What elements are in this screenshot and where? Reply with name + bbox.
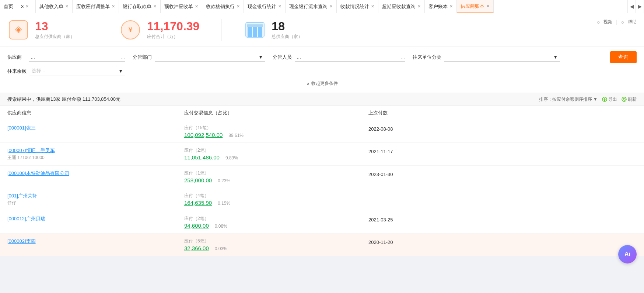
supplier-name-1[interactable]: [000007]恒旺二手叉车: [7, 147, 184, 154]
nav-tab-overdue-ar-close[interactable]: ✕: [417, 4, 421, 9]
nav-tab-ap-adjust[interactable]: 应收应付调整单 ✕: [73, 0, 119, 13]
trade-amount-5[interactable]: 32,366.00: [184, 245, 209, 251]
svg-text:◈: ◈: [15, 24, 22, 34]
nav-tab-other-income-close[interactable]: ✕: [65, 4, 69, 9]
stat-ap-suppliers: ◈ 13 总应付供应商（家）: [7, 19, 75, 41]
collapse-btn[interactable]: ∧ 收起更多条件: [307, 79, 338, 88]
nav-tab-cash-bank-flow-close[interactable]: ✕: [329, 4, 333, 9]
nav-arrow-right[interactable]: ▶: [636, 0, 644, 13]
last-pay-date-3: [368, 193, 637, 194]
supplier-cell-2: [000100]本特勒油品有限公司: [7, 170, 184, 177]
help-link[interactable]: 帮助: [628, 19, 637, 25]
nav-tab-collection-stat-close[interactable]: ✕: [371, 4, 374, 9]
nav-tab-prepay-collect-close[interactable]: ✕: [195, 4, 198, 9]
trade-label-5: 应付（5笔）: [184, 238, 368, 244]
refresh-icon: [622, 97, 627, 102]
nav-tab-other-income[interactable]: 其他收入单 ✕: [36, 0, 73, 13]
supplier-input[interactable]: [29, 53, 125, 62]
supplier-sub-1: 王通 17106110000: [7, 155, 184, 161]
stat-ap-suppliers-label: 总应付供应商（家）: [35, 34, 75, 40]
export-btn[interactable]: 导出: [602, 96, 617, 103]
trade-amount-4[interactable]: 94,600.00: [184, 223, 209, 229]
nav-arrow-left[interactable]: ◀: [628, 0, 636, 13]
svg-text:¥: ¥: [128, 25, 133, 34]
nav-tab-cash-bank-flow[interactable]: 现金银行流水查询 ✕: [286, 0, 337, 13]
nav-arrows: ◀ ▶: [627, 0, 644, 13]
trade-amount-0[interactable]: 100,092,540.00: [184, 132, 223, 138]
sort-chevron-icon: ▼: [593, 97, 598, 102]
nav-tab-customer-account-close[interactable]: ✕: [449, 4, 453, 9]
trade-amount-2[interactable]: 258,000.00: [184, 177, 212, 183]
stat-total-suppliers-text: 18 总供应商（家）: [272, 20, 302, 40]
stat-divider-2: [221, 19, 222, 41]
collapse-up-icon: ∧: [307, 81, 310, 86]
supplier-cell-4: [000012]广州贝瑞: [7, 216, 184, 222]
refresh-btn[interactable]: 刷新: [622, 96, 637, 103]
nav-tab-cash-bank-stat-close[interactable]: ✕: [278, 4, 281, 9]
balance-select[interactable]: 选择... ▼: [29, 66, 125, 76]
stat-ap-amount-label: 应付合计（万）: [147, 34, 199, 40]
stat-ap-amount: ¥ 11,170.39 应付合计（万）: [119, 19, 199, 41]
person-filter-label: 分管人员: [273, 54, 292, 61]
person-input-dots: …: [400, 55, 405, 60]
supplier-cell-1: [000007]恒旺二手叉车 王通 17106110000: [7, 147, 184, 161]
supplier-name-2[interactable]: [000100]本特勒油品有限公司: [7, 170, 184, 177]
filter-balance: 往来余额 选择... ▼: [7, 66, 125, 76]
category-select[interactable]: ▼: [444, 53, 560, 62]
last-pay-date-4: 2021-03-25: [368, 216, 637, 223]
trade-percent-5: 0.03%: [215, 246, 227, 251]
nav-tab-ap-adjust-close[interactable]: ✕: [112, 4, 115, 9]
trade-label-0: 应付（15笔）: [184, 125, 368, 131]
nav-tab-collection-stat[interactable]: 收款情况统计 ✕: [337, 0, 378, 13]
trade-cell-5: 应付（5笔） 32,366.00 0.03%: [184, 238, 368, 251]
last-pay-cell-5: 2020-11-20: [368, 238, 637, 245]
nav-tab-supplier-account-close[interactable]: ✕: [486, 4, 490, 8]
circle-icon: ○: [597, 19, 600, 25]
stat-total-suppliers-value: 18: [272, 20, 302, 32]
balance-filter-label: 往来余额: [7, 68, 27, 75]
nav-tab-home-label: 首页: [4, 3, 13, 10]
nav-tab-prepay-collect[interactable]: 预收冲应收单 ✕: [161, 0, 202, 13]
nav-tab-collection-verify[interactable]: 收款核销执行 ✕: [202, 0, 244, 13]
stat-divider-1: [97, 19, 97, 41]
supplier-name-3[interactable]: [001]广州荣轩: [7, 193, 184, 199]
ai-button[interactable]: Ai: [618, 245, 637, 263]
filter-supplier: 供应商 …: [7, 53, 125, 62]
trade-cell-2: 应付（1笔） 258,000.00 0.23%: [184, 170, 368, 183]
supplier-name-4[interactable]: [000012]广州贝瑞: [7, 216, 184, 222]
nav-tab-supplier-account[interactable]: 供应商账本 ✕: [457, 0, 494, 13]
video-link[interactable]: 视频: [603, 19, 612, 25]
nav-tab-t3-close[interactable]: ✕: [25, 4, 29, 9]
circle-icon2: ○: [621, 19, 624, 25]
supplier-name-5[interactable]: [000002]李四: [7, 238, 184, 245]
nav-tab-cash-bank-stat[interactable]: 现金银行统计 ✕: [244, 0, 286, 13]
nav-tab-cash-bank-stat-label: 现金银行统计: [248, 3, 276, 10]
supplier-cell-0: [000001]张三: [7, 125, 184, 131]
trade-label-1: 应付（2笔）: [184, 147, 368, 154]
search-button[interactable]: 查询: [610, 51, 637, 63]
supplier-name-0[interactable]: [000001]张三: [7, 125, 184, 131]
nav-tab-t3-label: 3: [21, 4, 24, 9]
supplier-cell-5: [000002]李四: [7, 238, 184, 245]
ap-amount-icon: ¥: [119, 19, 141, 41]
nav-tab-overdue-ar-label: 超期应收款查询: [382, 3, 416, 10]
last-pay-cell-2: 2023-01-30: [368, 170, 637, 177]
nav-tab-collection-verify-close[interactable]: ✕: [237, 4, 240, 9]
sort-select[interactable]: 排序：按应付余额倒序排序 ▼: [539, 96, 598, 103]
nav-tab-home[interactable]: 首页: [0, 0, 17, 13]
trade-amount-3[interactable]: 164,635.90: [184, 200, 212, 206]
person-input[interactable]: [295, 53, 405, 62]
table-row: [000002]李四 应付（5笔） 32,366.00 0.03% 2020-1…: [0, 234, 644, 256]
supplier-cell-3: [001]广州荣轩 仔仔: [7, 193, 184, 206]
nav-tab-overdue-ar[interactable]: 超期应收款查询 ✕: [378, 0, 425, 13]
dept-select[interactable]: ▼: [155, 53, 265, 62]
result-actions: 排序：按应付余额倒序排序 ▼ 导出 刷新: [539, 96, 637, 103]
trade-row-1: 11,051,486.00 9.89%: [184, 154, 368, 161]
trade-amount-1[interactable]: 11,051,486.00: [184, 154, 220, 161]
nav-tab-bank-deposit-close[interactable]: ✕: [153, 4, 157, 9]
table-row: [001]广州荣轩 仔仔 应付（4笔） 164,635.90 0.15%: [0, 188, 644, 211]
nav-tab-t3[interactable]: 3 ✕: [17, 0, 36, 13]
nav-tab-customer-account-label: 客户账本: [428, 3, 448, 10]
nav-tab-bank-deposit[interactable]: 银行存取款单 ✕: [119, 0, 161, 13]
nav-tab-customer-account[interactable]: 客户账本 ✕: [425, 0, 457, 13]
